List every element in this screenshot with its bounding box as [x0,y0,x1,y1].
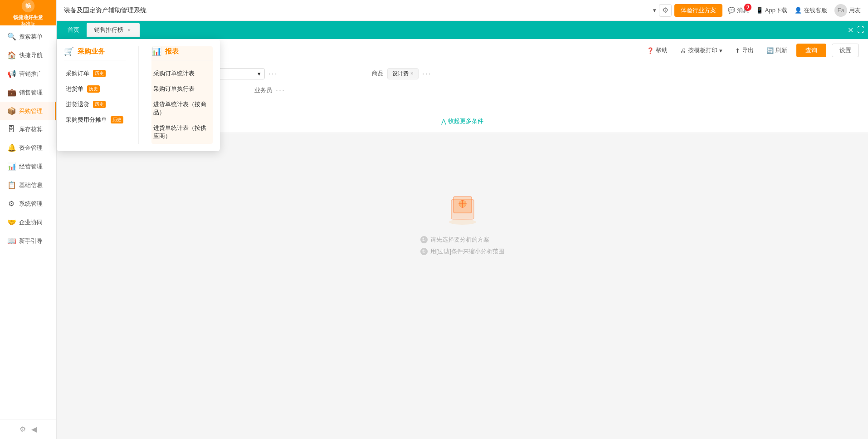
home-tab-label: 首页 [68,26,79,34]
sidebar-nav: 🔍 搜索菜单🏠 快捷导航📢 营销推广💼 销售管理📦 采购管理🗄 库存核算🔔 资金… [0,25,56,419]
nav-icon-operation: 📊 [7,162,15,171]
sidebar-footer: ⚙ ◀ [0,419,56,439]
header-right: 💬 消息 9 📱 App下载 👤 在线客服 Ea 用友 [728,4,861,17]
goods-label: 商品 [372,69,384,78]
fullscreen-icon[interactable]: ⛶ [857,26,864,34]
nav-label-marketing: 营销推广 [19,70,43,78]
menu-item-purchase-stat[interactable]: 采购订单统计表 [151,66,213,81]
settings-btn[interactable]: 设置 [832,44,859,57]
nav-label-newbie: 新手引导 [19,237,43,245]
help-icon: ❓ [647,47,654,54]
system-select-arrow: ▾ [653,7,656,14]
nav-icon-sales: 💼 [7,88,15,97]
sidebar-item-marketing[interactable]: 📢 营销推广 [0,64,56,83]
help-label: 帮助 [656,46,668,54]
nav-icon-marketing: 📢 [7,69,15,78]
online-service-label: 在线客服 [804,6,827,15]
nav-label-quick-nav: 快捷导航 [19,51,43,59]
nav-icon-enterprise: 🤝 [7,218,15,227]
menu-item-goods-stat-product[interactable]: 进货单统计表（按商品） [151,97,213,120]
goods-in-label: 进货单 [66,85,83,93]
status-select-arrow: ▾ [258,70,261,77]
purchase-section-title: 采购业务 [78,47,105,56]
window-close-icon[interactable]: ✕ [848,26,853,35]
header-controls: ▾ ⚙ 体验行业方案 [653,4,722,17]
salesperson-label: 业务员 [254,86,272,94]
tip-num-1: ① [420,236,428,243]
refresh-btn[interactable]: 🔄 刷新 [763,44,791,56]
menu-item-purchase-cost[interactable]: 采购费用分摊单 历史 [64,112,126,128]
sidebar-item-sales[interactable]: 💼 销售管理 [0,83,56,102]
menu-item-purchase-exec[interactable]: 采购订单执行表 [151,81,213,97]
nav-label-sales: 销售管理 [19,89,43,97]
sidebar-item-system[interactable]: ⚙ 系统管理 [0,194,56,213]
app-download-btn[interactable]: 📱 App下载 [756,6,787,15]
sidebar-item-inventory[interactable]: 🗄 库存核算 [0,120,56,138]
tip-text-2: 用[过滤]条件来缩小分析范围 [430,246,504,257]
goods-tag-value: 设计费 [392,70,409,78]
system-select[interactable]: ▾ [653,7,656,14]
sidebar-item-newbie[interactable]: 📖 新手引导 [0,232,56,250]
sidebar-item-enterprise[interactable]: 🤝 企业协同 [0,213,56,232]
menu-item-goods-stat-supplier[interactable]: 进货单统计表（按供应商） [151,120,213,144]
goods-in-badge: 历史 [87,85,100,93]
tip-num-2: ② [420,248,428,255]
goods-tag-close[interactable]: × [410,70,414,77]
tab-close-icon[interactable]: × [126,27,132,33]
status-dots[interactable]: ··· [268,69,278,79]
query-btn[interactable]: 查询 [796,44,826,57]
menu-item-purchase-order[interactable]: 采购订单 历史 [64,66,126,81]
purchase-cost-label: 采购费用分摊单 [66,116,107,124]
salesperson-dots[interactable]: ··· [276,86,285,95]
report-section-icon: 📊 [151,46,161,56]
sidebar-item-operation[interactable]: 📊 经营管理 [0,157,56,176]
goods-dots[interactable]: ··· [422,69,432,79]
report-section-title: 报表 [165,47,179,56]
purchase-order-badge: 历史 [93,70,106,77]
tabs-bar: 首页 销售排行榜 × ✕ ⛶ [57,21,868,39]
collapse-label: 收起更多条件 [448,117,483,125]
nav-label-basic: 基础信息 [19,181,43,189]
refresh-label: 刷新 [775,46,787,54]
print-label: 按模板打印 [688,46,717,54]
messages-btn[interactable]: 💬 消息 9 [728,6,749,15]
nav-label-finance: 资金管理 [19,144,43,152]
dropdown-menu: 🛒 采购业务 采购订单 历史 进货单 历史 进货退货 历史 采购费用分摊单 历史… [57,39,220,151]
sidebar-item-purchase[interactable]: 📦 采购管理 [0,102,56,120]
online-service-btn[interactable]: 👤 在线客服 [795,6,827,15]
print-btn[interactable]: 🖨 按模板打印 ▾ [677,44,726,56]
sidebar-item-finance[interactable]: 🔔 资金管理 [0,138,56,157]
collapse-btn[interactable]: ⋀ 收起更多条件 [441,117,483,125]
menu-item-goods-in[interactable]: 进货单 历史 [64,81,126,97]
tabs-right-controls: ✕ ⛶ [848,26,864,35]
header: 装备及固定资产辅助管理系统 ▾ ⚙ 体验行业方案 💬 消息 9 📱 App下载 … [57,0,868,21]
tip-text-1: 请先选择要分析的方案 [430,234,489,246]
tab-sales-rank[interactable]: 销售排行榜 × [87,23,140,37]
notification-badge: 9 [744,4,751,11]
user-name: 用友 [849,6,861,15]
export-btn[interactable]: ⬆ 导出 [731,44,757,56]
user-menu[interactable]: Ea 用友 [834,4,861,17]
sidebar-item-basic[interactable]: 📋 基础信息 [0,176,56,194]
settings-footer-icon[interactable]: ⚙ [20,425,26,434]
empty-tip-1: ① 请先选择要分析的方案 [420,234,504,246]
header-settings-btn[interactable]: ⚙ [659,4,672,17]
nav-icon-quick-nav: 🏠 [7,51,15,59]
tab-home[interactable]: 首页 [60,23,87,37]
purchase-section-icon: 🛒 [64,46,74,56]
nav-label-operation: 经营管理 [19,163,43,171]
collapse-sidebar-btn[interactable]: ◀ [31,425,37,434]
message-icon: 💬 [728,7,735,14]
sidebar-item-search[interactable]: 🔍 搜索菜单 [0,27,56,46]
menu-item-goods-return[interactable]: 进货退货 历史 [64,97,126,112]
sales-rank-tab-label: 销售排行榜 [94,26,123,34]
logo-text: 畅捷通好生意 [13,14,43,21]
service-icon: 👤 [795,7,802,14]
industry-btn[interactable]: 体验行业方案 [674,4,722,17]
help-btn[interactable]: ❓ 帮助 [643,44,671,56]
menu-divider [138,46,139,144]
sidebar-item-quick-nav[interactable]: 🏠 快捷导航 [0,46,56,64]
export-label: 导出 [742,46,754,54]
nav-icon-finance: 🔔 [7,143,15,152]
nav-icon-system: ⚙ [7,199,15,208]
